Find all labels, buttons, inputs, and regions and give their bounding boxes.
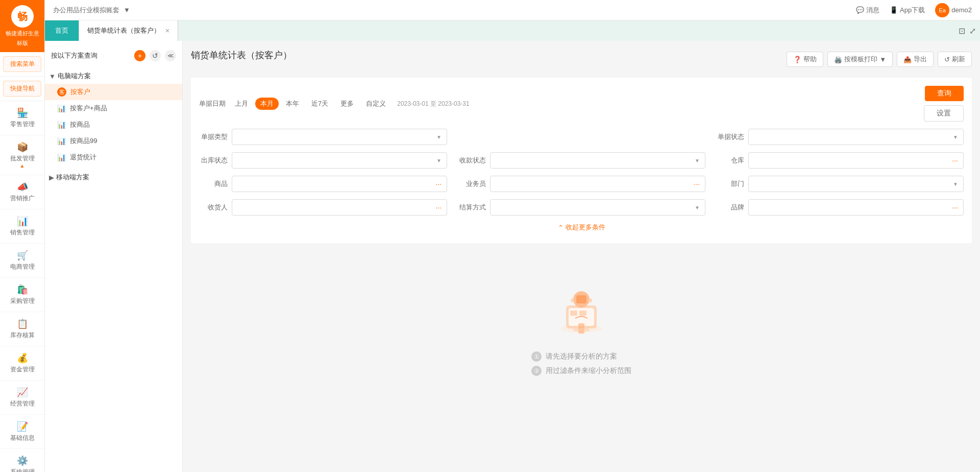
sales-stats-tab-label: 销货单统计表（按客户） xyxy=(87,26,160,35)
industry-dropdown[interactable]: ▼ xyxy=(124,6,130,14)
sidebar-item-label: 系统管理 xyxy=(10,468,35,472)
collapse-filter-label: 收起更多条件 xyxy=(566,223,605,232)
warehouse-control[interactable]: ··· xyxy=(748,152,964,169)
sidebar-item-inventory[interactable]: 📋 库存核算 xyxy=(0,312,44,346)
recipient-control[interactable]: ··· xyxy=(232,199,447,216)
brand-control[interactable]: ··· xyxy=(748,199,964,216)
department-control[interactable]: ▼ xyxy=(748,176,964,192)
plan-item-label: 退货统计 xyxy=(70,153,96,162)
mobile-plan-group-header[interactable]: ▶ 移动端方案 xyxy=(45,170,182,185)
receipt-status-label: 收款状态 xyxy=(457,156,486,165)
topbar-left: 办公用品行业模拟账套 ▼ xyxy=(53,6,130,15)
app-download-button[interactable]: 📱 App下载 xyxy=(890,6,925,15)
collapse-filter-button[interactable]: ⌃ 收起更多条件 xyxy=(199,220,964,235)
sidebar-item-label: 销售管理 xyxy=(10,228,35,237)
app-download-label: App下载 xyxy=(900,6,925,15)
message-icon: 💬 xyxy=(856,6,864,14)
tab-home[interactable]: 首页 xyxy=(45,20,79,41)
plan-item-label: 按商品 xyxy=(70,120,90,129)
date-shortcut-this-month[interactable]: 本月 xyxy=(255,98,279,110)
recipient-more-button[interactable]: ··· xyxy=(435,203,442,211)
sidebar-item-operations[interactable]: 📈 经营管理 xyxy=(0,381,44,415)
out-status-control[interactable]: ▼ xyxy=(232,152,447,169)
page-title-row: 销货单统计表（按客户） ❓ 帮助 🖨️ 按模板打印 ▼ 📤 导出 xyxy=(191,49,972,69)
collapse-up-icon: ⌃ xyxy=(558,224,564,231)
date-shortcut-custom[interactable]: 自定义 xyxy=(361,98,391,110)
brand-more-button[interactable]: ··· xyxy=(952,203,958,211)
empty-tips: ① 请先选择要分析的方案 ② 用过滤条件来缩小分析范围 xyxy=(531,351,631,376)
refresh-plan-button[interactable]: ↺ xyxy=(150,50,161,61)
salesperson-more-button[interactable]: ··· xyxy=(694,180,700,188)
left-panel-header: 按以下方案查询 + ↺ ≪ xyxy=(45,47,182,64)
warehouse-more-button[interactable]: ··· xyxy=(952,156,958,164)
date-filter-label: 单据日期 xyxy=(199,99,226,108)
date-shortcut-last-month[interactable]: 上月 xyxy=(230,98,253,110)
settlement-control[interactable]: ▼ xyxy=(490,199,705,216)
plan-item-by-goods[interactable]: 📊 按商品 xyxy=(45,116,182,133)
quick-nav-button[interactable]: 快捷导航 xyxy=(3,81,41,97)
left-panel-title: 按以下方案查询 xyxy=(51,51,97,60)
goods-label: 商品 xyxy=(199,179,228,188)
logo-abbr: 畅 xyxy=(17,10,28,23)
export-label: 导出 xyxy=(914,55,927,64)
filter-grid-4: 收货人 ··· 结算方式 ▼ 品牌 xyxy=(199,199,964,216)
sidebar-item-system[interactable]: ⚙️ 系统管理 xyxy=(0,449,44,472)
svg-rect-4 xyxy=(576,295,586,303)
user-profile-button[interactable]: Ea demo2 xyxy=(935,3,972,17)
settings-button[interactable]: 设置 xyxy=(924,105,964,122)
plan-item-by-goods-99[interactable]: 📊 按商品99 xyxy=(45,133,182,149)
retail-icon: 🏪 xyxy=(17,107,28,119)
search-menu-button[interactable]: 搜索菜单 xyxy=(3,56,41,72)
query-button[interactable]: 查询 xyxy=(925,86,964,101)
export-icon: 📤 xyxy=(903,56,912,63)
username: demo2 xyxy=(951,6,972,14)
date-shortcut-7days[interactable]: 近7天 xyxy=(306,98,333,110)
salesperson-control[interactable]: ··· xyxy=(490,176,705,192)
chart-icon-2: 📊 xyxy=(57,121,66,129)
doc-type-dropdown-icon: ▼ xyxy=(436,134,442,140)
maximize-window-button[interactable]: ⤢ xyxy=(969,26,976,36)
help-button[interactable]: ❓ 帮助 xyxy=(787,52,823,67)
refresh-label: 刷新 xyxy=(952,55,965,64)
left-panel-actions: + ↺ ≪ xyxy=(134,50,176,61)
date-shortcut-this-year[interactable]: 本年 xyxy=(281,98,304,110)
goods-control[interactable]: ··· xyxy=(232,176,447,192)
date-shortcut-more[interactable]: 更多 xyxy=(335,98,359,110)
add-plan-button[interactable]: + xyxy=(134,50,145,61)
svg-rect-10 xyxy=(573,328,590,332)
plan-item-by-customer-goods[interactable]: 📊 按客户+商品 xyxy=(45,100,182,116)
sidebar-item-finance[interactable]: 💰 资金管理 xyxy=(0,346,44,381)
desktop-plan-group-header[interactable]: ▼ 电脑端方案 xyxy=(45,68,182,84)
tab-sales-stats[interactable]: 销货单统计表（按客户） × xyxy=(79,20,178,41)
sidebar-item-sales[interactable]: 📊 销售管理 xyxy=(0,209,44,244)
receipt-status-control[interactable]: ▼ xyxy=(490,152,705,169)
message-button[interactable]: 💬 消息 xyxy=(856,6,879,15)
tip-1-text: 请先选择要分析的方案 xyxy=(546,352,617,361)
goods-more-button[interactable]: ··· xyxy=(435,180,442,188)
sidebar-item-wholesale[interactable]: 📦 批发管理 ▲ xyxy=(0,135,44,175)
collapse-panel-button[interactable]: ≪ xyxy=(165,50,176,61)
doc-type-control[interactable]: ▼ xyxy=(232,129,447,145)
refresh-button[interactable]: ↺ 刷新 xyxy=(938,52,972,67)
out-status-dropdown-icon: ▼ xyxy=(436,158,442,163)
print-button[interactable]: 🖨️ 按模板打印 ▼ xyxy=(827,52,893,67)
tab-close-button[interactable]: × xyxy=(165,27,169,35)
sidebar-item-basic[interactable]: 📝 基础信息 xyxy=(0,415,44,449)
doc-type-label: 单据类型 xyxy=(199,132,228,141)
sidebar-item-purchase[interactable]: 🛍️ 采购管理 xyxy=(0,278,44,312)
refresh-icon: ↺ xyxy=(152,52,158,60)
export-button[interactable]: 📤 导出 xyxy=(897,52,934,67)
sidebar-item-label: 库存核算 xyxy=(10,331,35,340)
sidebar-item-ecommerce[interactable]: 🛒 电商管理 xyxy=(0,244,44,278)
left-panel: 按以下方案查询 + ↺ ≪ ▼ 电脑端方案 xyxy=(45,41,183,472)
doc-status-control[interactable]: ▼ xyxy=(748,129,964,145)
filter-grid-3: 商品 ··· 业务员 ··· 部门 xyxy=(199,176,964,192)
sidebar-item-retail[interactable]: 🏪 零售管理 xyxy=(0,101,44,135)
sidebar-item-marketing[interactable]: 📣 营销推广 xyxy=(0,175,44,209)
minimize-window-button[interactable]: ⊡ xyxy=(959,26,965,36)
logo-text: 畅捷通好生意 xyxy=(6,30,39,37)
plan-item-return-stats[interactable]: 📊 退货统计 xyxy=(45,149,182,166)
plan-item-by-customer[interactable]: 客 按客户 xyxy=(45,84,182,100)
sidebar-logo[interactable]: 畅 畅捷通好生意 标版 xyxy=(0,0,44,52)
print-icon: 🖨️ xyxy=(834,56,842,63)
